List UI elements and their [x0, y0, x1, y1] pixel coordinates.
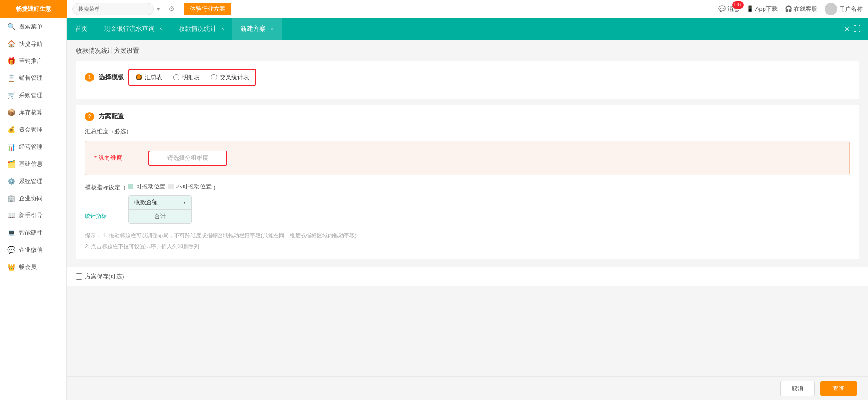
tab-label-new-plan: 新建方案	[241, 25, 266, 33]
sidebar-label-basic: 基础信息	[19, 160, 42, 168]
non-draggable-label: 不可拖动位置	[176, 183, 212, 191]
radio-detail-label: 明细表	[182, 73, 200, 81]
tip-0: 提示： 1. 拖动标题栏可以调整布局，不可跨维度或指标区域拖动栏目字段(只能在同…	[85, 231, 850, 241]
message-icon: 💬	[718, 5, 726, 12]
top-search-wrapper: ▼	[72, 3, 161, 15]
trial-button[interactable]: 体验行业方案	[184, 3, 231, 15]
radio-cross-label: 交叉统计表	[220, 73, 249, 81]
step2-title: 方案配置	[99, 113, 124, 121]
sidebar-item-member[interactable]: 👑畅会员	[0, 259, 66, 276]
sidebar-item-inventory[interactable]: 📦库存核算	[0, 104, 66, 121]
service-icon: 🎧	[785, 5, 792, 12]
metrics-table-header[interactable]: 收款金额 ▾	[129, 196, 191, 210]
sidebar-item-basic[interactable]: 🗂️基础信息	[0, 155, 66, 173]
metrics-table-wrapper: 统计指标 收款金额 ▾ 合计	[85, 195, 850, 224]
search-input[interactable]	[72, 3, 154, 15]
sidebar-label-corp: 企业协同	[19, 194, 42, 202]
user-area[interactable]: 用户名称	[825, 3, 863, 15]
sidebar-item-hardware[interactable]: 💻智能硬件	[0, 224, 66, 241]
step2-number: 2	[85, 112, 94, 121]
sidebar: 🔍搜索菜单🏠快捷导航🎁营销推广📋销售管理🛒采购管理📦库存核算💰资金管理📊经营管理…	[0, 18, 67, 400]
dimension-row-label: * 纵向维度	[94, 154, 122, 162]
metrics-label-row: 模板指标设定（ 可拖动位置 不可拖动位置 ）	[85, 183, 850, 192]
search-menu-icon: 🔍	[7, 23, 15, 31]
sidebar-label-hardware: 智能硬件	[19, 229, 42, 237]
query-button[interactable]: 查询	[820, 381, 857, 396]
quick-nav-icon: 🏠	[7, 40, 15, 48]
tab-close-receipt-stats[interactable]: ×	[221, 26, 224, 32]
message-btn[interactable]: 💬 消息 99+	[718, 5, 739, 13]
sidebar-label-purchase: 采购管理	[19, 91, 42, 99]
draggable-legend-dot	[128, 184, 133, 189]
sidebar-label-wechat: 企业微信	[19, 246, 42, 254]
download-label: App下载	[755, 5, 778, 13]
sidebar-item-guide[interactable]: 📖新手引导	[0, 207, 66, 224]
tab-label-home: 首页	[75, 25, 88, 33]
sidebar-item-corp[interactable]: 🏢企业协同	[0, 190, 66, 207]
sidebar-label-marketing: 营销推广	[19, 57, 42, 65]
sidebar-label-finance: 资金管理	[19, 126, 42, 134]
dimension-area: * 纵向维度 —— 请选择分组维度	[85, 141, 850, 175]
step1-title: 选择模板	[99, 73, 124, 81]
radio-detail[interactable]: 明细表	[173, 73, 200, 81]
maximize-window-icon[interactable]: ⛶	[854, 25, 861, 33]
sidebar-label-quick-nav: 快捷导航	[19, 40, 42, 48]
step1-number: 1	[85, 73, 94, 82]
tab-label-cash-flow: 现金银行流水查询	[104, 25, 155, 33]
dimension-title: 汇总维度（必选）	[85, 127, 850, 136]
dimension-select[interactable]: 请选择分组维度	[148, 151, 227, 166]
tab-receipt-stats[interactable]: 收款情况统计×	[170, 18, 232, 40]
content-area: 首页现金银行流水查询×收款情况统计×新建方案× ✕ ⛶ 收款情况统计方案设置 1…	[67, 18, 868, 400]
sidebar-label-search-menu: 搜索菜单	[19, 23, 42, 31]
step2-section: 2 方案配置 汇总维度（必选） * 纵向维度 —— 请选择分组维度	[76, 105, 859, 259]
close-window-icon[interactable]: ✕	[844, 25, 850, 33]
tab-home[interactable]: 首页	[67, 18, 96, 40]
logo-text: 畅捷通好生意	[16, 5, 51, 13]
basic-icon: 🗂️	[7, 160, 15, 168]
radio-cross[interactable]: 交叉统计表	[211, 73, 249, 81]
tab-close-new-plan[interactable]: ×	[270, 26, 274, 32]
member-icon: 👑	[7, 263, 15, 271]
download-btn[interactable]: 📱 App下载	[746, 5, 778, 13]
save-checkbox[interactable]	[76, 273, 82, 280]
sidebar-label-operations: 经营管理	[19, 143, 42, 151]
metrics-col-dropdown-icon[interactable]: ▾	[183, 200, 186, 206]
sidebar-item-quick-nav[interactable]: 🏠快捷导航	[0, 35, 66, 52]
sidebar-item-finance[interactable]: 💰资金管理	[0, 121, 66, 138]
finance-icon: 💰	[7, 126, 15, 134]
sidebar-item-operations[interactable]: 📊经营管理	[0, 138, 66, 155]
sidebar-item-purchase[interactable]: 🛒采购管理	[0, 87, 66, 104]
avatar	[825, 3, 837, 15]
service-btn[interactable]: 🎧 在线客服	[785, 5, 817, 13]
tab-new-plan[interactable]: 新建方案×	[232, 18, 282, 40]
sidebar-label-member: 畅会员	[19, 263, 37, 271]
sidebar-label-system: 系统管理	[19, 177, 42, 185]
metrics-section-label-col: 统计指标	[85, 195, 121, 224]
tab-label-receipt-stats: 收款情况统计	[179, 25, 217, 33]
tab-cash-flow[interactable]: 现金银行流水查询×	[96, 18, 170, 40]
corp-icon: 🏢	[7, 194, 15, 202]
sidebar-label-inventory: 库存核算	[19, 108, 42, 117]
sidebar-item-system[interactable]: ⚙️系统管理	[0, 173, 66, 190]
tip-1: 2. 点击标题栏下拉可设置排序、插入列和删除列	[85, 242, 850, 252]
sidebar-item-wechat[interactable]: 💬企业微信	[0, 241, 66, 259]
gear-icon[interactable]: ⚙	[168, 5, 175, 13]
sidebar-label-guide: 新手引导	[19, 212, 42, 220]
save-label: 方案保存(可选)	[85, 273, 124, 281]
marketing-icon: 🎁	[7, 57, 15, 65]
user-name: 用户名称	[839, 5, 863, 13]
tab-close-cash-flow[interactable]: ×	[159, 26, 162, 32]
inventory-icon: 📦	[7, 108, 15, 117]
sales-icon: 📋	[7, 74, 15, 82]
non-draggable-legend-dot	[168, 184, 174, 189]
metrics-setting-label: 模板指标设定（ 可拖动位置 不可拖动位置 ）	[85, 183, 219, 192]
save-checkbox-label[interactable]: 方案保存(可选)	[76, 273, 124, 281]
cancel-button[interactable]: 取消	[780, 381, 815, 396]
sidebar-item-sales[interactable]: 📋销售管理	[0, 70, 66, 87]
search-arrow-icon[interactable]: ▼	[156, 6, 161, 12]
top-right-area: 💬 消息 99+ 📱 App下载 🎧 在线客服 用户名称	[718, 3, 863, 15]
sidebar-item-marketing[interactable]: 🎁营销推广	[0, 52, 66, 70]
radio-summary[interactable]: 汇总表	[136, 73, 162, 81]
sidebar-item-search-menu[interactable]: 🔍搜索菜单	[0, 18, 66, 35]
operations-icon: 📊	[7, 143, 15, 151]
